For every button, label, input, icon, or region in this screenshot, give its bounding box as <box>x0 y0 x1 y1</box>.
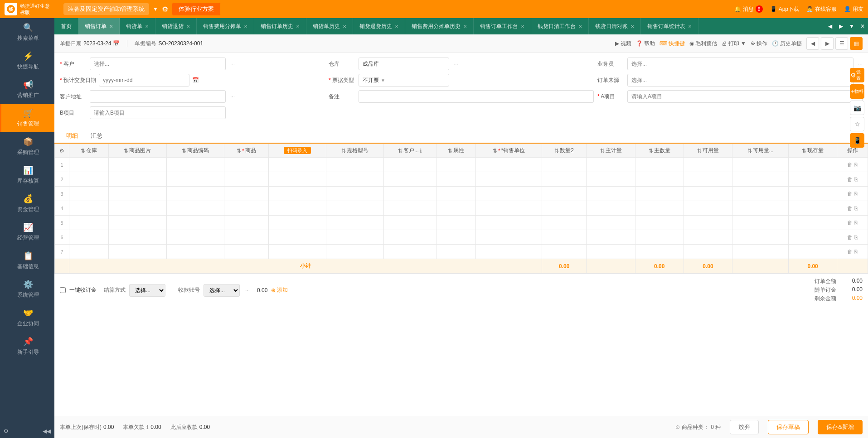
close-cash-reconcile-tab-icon[interactable]: ✕ <box>630 24 634 29</box>
discard-btn[interactable]: 放弃 <box>730 420 759 434</box>
online-service-btn[interactable]: 👨‍💼 在线客服 <box>806 5 837 13</box>
th-warehouse[interactable]: ⇅ 仓库 <box>69 144 109 158</box>
close-sales-order-history-tab-icon[interactable]: ✕ <box>296 24 300 29</box>
row-1-sales-unit[interactable] <box>476 158 542 172</box>
row-3-warehouse[interactable] <box>69 187 109 201</box>
customer-address-input[interactable] <box>90 90 226 103</box>
warehouse-input[interactable] <box>359 58 449 70</box>
collapse-sidebar-btn[interactable]: ◀◀ <box>43 428 51 434</box>
row-5-product[interactable] <box>224 216 268 230</box>
sidebar-item-finance[interactable]: 💰 资金管理 <box>0 189 54 218</box>
calendar2-icon[interactable]: 📅 <box>192 77 199 83</box>
th-product[interactable]: ⇅ *商品 <box>224 144 268 158</box>
row-2-available[interactable] <box>684 172 732 187</box>
row-7-available[interactable] <box>684 245 732 259</box>
tab-sales-fee-split[interactable]: 销售费用分摊单 ✕ <box>197 18 254 34</box>
order-source-input[interactable] <box>627 74 853 87</box>
system-title[interactable]: 装备及固定资产辅助管理系统 <box>63 3 149 15</box>
row-7-attributes[interactable] <box>436 245 475 259</box>
row-6-warehouse[interactable] <box>69 230 109 245</box>
row-2-available2[interactable] <box>732 172 789 187</box>
row-3-copy-btn[interactable]: ⎘ <box>854 191 858 197</box>
tab-home[interactable]: 首页 <box>54 18 78 34</box>
help-btn[interactable]: ❓ 帮助 <box>636 40 655 48</box>
tab-cash-daily-workbench[interactable]: 钱货日清工作台 ✕ <box>531 18 589 34</box>
row-1-attributes[interactable] <box>436 158 475 172</box>
sidebar-item-operations[interactable]: 📈 经营管理 <box>0 218 54 246</box>
row-2-main-quantity[interactable] <box>635 172 684 187</box>
row-4-current-stock[interactable] <box>788 201 837 216</box>
collection-more-btn[interactable]: ··· <box>245 287 250 294</box>
app-download-btn[interactable]: 📱 App下载 <box>770 5 799 13</box>
th-main-quantity[interactable]: ⇅ 主数量 <box>635 144 684 158</box>
tab-sales-order[interactable]: 销售订单 ✕ <box>78 18 120 34</box>
row-6-customer-note[interactable] <box>384 230 436 245</box>
close-sales-order-workbench-tab-icon[interactable]: ✕ <box>521 24 524 29</box>
th-product-code[interactable]: ⇅ 商品编码 <box>166 144 224 158</box>
close-sales-stats-tab-icon[interactable]: ✕ <box>688 24 692 29</box>
th-quantity2[interactable]: ⇅ 数量2 <box>542 144 586 158</box>
row-6-delete-btn[interactable]: 🗑 <box>847 234 853 241</box>
row-2-product-image[interactable] <box>109 172 166 187</box>
notifications-btn[interactable]: 🔔 消息 8 <box>734 5 763 13</box>
detail-tab-detail[interactable]: 明细 <box>60 129 84 144</box>
customer-more-btn[interactable]: ··· <box>230 61 235 67</box>
sidebar-item-system[interactable]: ⚙️ 系统管理 <box>0 275 54 303</box>
close-sales-fee-history-tab-icon[interactable]: ✕ <box>463 24 467 29</box>
list-view-btn[interactable]: ☰ <box>835 37 848 50</box>
salesperson-more-btn[interactable]: ··· <box>858 61 863 67</box>
sidebar-item-quick-nav[interactable]: ⚡ 快捷导航 <box>0 47 54 75</box>
row-3-product-code[interactable] <box>166 187 224 201</box>
row-4-spec-type[interactable] <box>326 201 384 216</box>
row-7-available2[interactable] <box>732 245 789 259</box>
save-new-btn[interactable]: 保存&新增 <box>818 420 863 434</box>
row-2-sales-unit[interactable] <box>476 172 542 187</box>
row-6-attributes[interactable] <box>436 230 475 245</box>
row-2-quantity2[interactable] <box>542 172 586 187</box>
row-1-available[interactable] <box>684 158 732 172</box>
row-3-product[interactable] <box>224 187 268 201</box>
calendar-icon[interactable]: 📅 <box>113 40 120 47</box>
save-draft-btn[interactable]: 保存草稿 <box>768 420 809 434</box>
collection-account-select[interactable]: 选择... <box>204 284 240 297</box>
row-5-available2[interactable] <box>732 216 789 230</box>
row-3-spec-type[interactable] <box>326 187 384 201</box>
row-5-main-quantity[interactable] <box>635 216 684 230</box>
next-record-btn[interactable]: ▶ <box>821 37 834 50</box>
sidebar-item-inventory[interactable]: 📊 库存核算 <box>0 161 54 189</box>
prev-record-btn[interactable]: ◀ <box>806 37 819 50</box>
row-1-main-unit[interactable] <box>587 158 635 172</box>
row-3-attributes[interactable] <box>436 187 475 201</box>
tab-close-all-btn[interactable]: ✕ <box>857 18 868 34</box>
row-7-quantity2[interactable] <box>542 245 586 259</box>
close-sales-return-history-tab-icon[interactable]: ✕ <box>395 24 398 29</box>
row-5-copy-btn[interactable]: ⎘ <box>854 220 858 226</box>
row-1-available2[interactable] <box>732 158 789 172</box>
row-7-delete-btn[interactable]: 🗑 <box>847 249 853 255</box>
scan-barcode-btn[interactable]: 扫码录入 <box>284 147 311 154</box>
row-5-attributes[interactable] <box>436 216 475 230</box>
row-4-available[interactable] <box>684 201 732 216</box>
row-4-main-quantity[interactable] <box>635 201 684 216</box>
th-customer-note[interactable]: ⇅ 客户... ℹ <box>384 144 436 158</box>
row-2-attributes[interactable] <box>436 172 475 187</box>
customer-input[interactable] <box>90 58 226 70</box>
view-video-btn[interactable]: ▶ 视频 <box>615 40 631 48</box>
row-3-available2[interactable] <box>732 187 789 201</box>
print-btn[interactable]: 🖨 打印 ▼ <box>722 40 746 48</box>
tab-menu-btn[interactable]: ▼ <box>846 18 857 34</box>
row-5-warehouse[interactable] <box>69 216 109 230</box>
tab-sales-bill[interactable]: 销货单 ✕ <box>120 18 155 34</box>
close-sales-bill-history-tab-icon[interactable]: ✕ <box>343 24 346 29</box>
row-2-main-unit[interactable] <box>587 172 635 187</box>
row-7-main-quantity[interactable] <box>635 245 684 259</box>
th-available2[interactable]: ⇅ 可用量... <box>732 144 789 158</box>
row-5-customer-note[interactable] <box>384 216 436 230</box>
close-sales-fee-split-tab-icon[interactable]: ✕ <box>244 24 247 29</box>
row-4-product-image[interactable] <box>109 201 166 216</box>
row-3-customer-note[interactable] <box>384 187 436 201</box>
payment-method-select[interactable]: 选择... <box>129 284 165 297</box>
row-1-scan[interactable] <box>269 158 326 172</box>
settings-bottom-icon[interactable]: ⚙ <box>4 428 9 434</box>
sidebar-item-purchase[interactable]: 📦 采购管理 <box>0 132 54 161</box>
